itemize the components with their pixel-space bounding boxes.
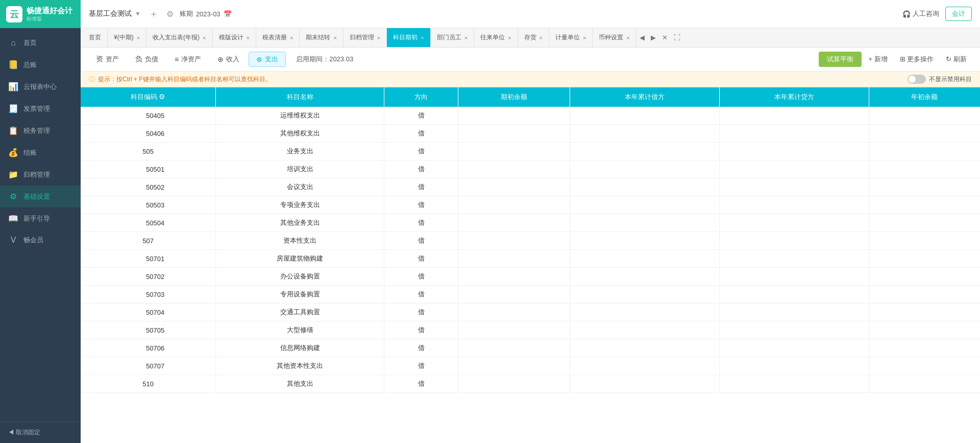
filter-tab-net_asset[interactable]: ≡净资产: [167, 52, 208, 66]
tabs-close-all[interactable]: ✕: [659, 28, 671, 48]
tab-taxclear[interactable]: 税表清册×: [256, 28, 300, 48]
cell-dir-2: 借: [384, 143, 458, 160]
tab-measure[interactable]: 计量单位×: [549, 28, 593, 48]
sidebar-item-settings[interactable]: ⚙ 基础设置: [0, 185, 81, 207]
filter-tab-liability[interactable]: 负负债: [128, 52, 165, 66]
tabs-scroll-right[interactable]: ▶: [648, 28, 659, 48]
toggle-switch[interactable]: [908, 75, 926, 84]
tab-currency[interactable]: 币种设置×: [593, 28, 636, 48]
tab-close-department[interactable]: ×: [464, 35, 468, 41]
cell-dir-1: 借: [384, 125, 458, 143]
table-row: 50405运维维权支出借: [81, 107, 980, 125]
tab-period_end[interactable]: 期末结转×: [300, 28, 343, 48]
cell-num-2-0: [720, 107, 869, 125]
cell-num-1-4: [570, 178, 720, 196]
cell-num-0-11: [458, 304, 570, 321]
sidebar-item-member[interactable]: V 畅会员: [0, 229, 81, 251]
tab-archive[interactable]: 归档管理×: [344, 28, 387, 48]
tab-close-period_end[interactable]: ×: [333, 35, 336, 41]
cell-num-3-14: [869, 357, 980, 375]
cell-num-2-2: [720, 143, 869, 160]
add-button[interactable]: + 新增: [864, 52, 893, 67]
add-tab-button[interactable]: ＋: [147, 8, 160, 20]
cell-code-13: 50706: [81, 339, 216, 357]
cell-num-1-6: [570, 214, 720, 232]
sidebar-label-archive: 归档管理: [23, 170, 50, 179]
project-dropdown-icon[interactable]: ▼: [135, 10, 141, 17]
tab-close-taxclear[interactable]: ×: [290, 35, 293, 41]
cell-code-4: 50502: [81, 178, 216, 196]
tab-close-archive[interactable]: ×: [377, 35, 380, 41]
sidebar-item-ledger[interactable]: 📒 总账: [0, 54, 81, 76]
table-header-row: 科目编码 ⚙科目名称方向期初余额本年累计借方本年累计贷方年初余额: [81, 87, 980, 107]
tab-label-archive: 归档管理: [350, 33, 374, 42]
tab-close-counterpart[interactable]: ×: [508, 35, 511, 41]
sidebar-item-home[interactable]: ⌂ 首页: [0, 32, 81, 54]
cell-num-2-8: [720, 250, 869, 268]
tab-subject_init[interactable]: 科目期初×: [387, 28, 430, 48]
tab-close-income[interactable]: ×: [203, 35, 206, 41]
sidebar-item-settlement[interactable]: 💰 结账: [0, 142, 81, 164]
calendar-icon[interactable]: 📅: [224, 10, 232, 18]
sidebar-item-reports[interactable]: 📊 云报表中心: [0, 76, 81, 98]
cell-name-1: 其他维权支出: [216, 125, 384, 143]
tabs-bar: 首页¥(中期)×收入支出表(年报)×模版设计×税表清册×期末结转×归档管理×科目…: [81, 28, 980, 48]
tab-close-period[interactable]: ×: [137, 35, 140, 41]
tab-close-template[interactable]: ×: [247, 35, 250, 41]
cell-code-5: 50503: [81, 196, 216, 214]
table-row: 50406其他维权支出借: [81, 125, 980, 143]
refresh-button[interactable]: ↻ 刷新: [941, 52, 972, 67]
tab-counterpart[interactable]: 往来单位×: [474, 28, 518, 48]
tab-close-inventory[interactable]: ×: [540, 35, 543, 41]
tab-template[interactable]: 模版设计×: [213, 28, 256, 48]
cell-num-0-9: [458, 268, 570, 286]
tab-period[interactable]: ¥(中期)×: [108, 28, 146, 48]
sidebar-item-tax[interactable]: 📋 税务管理: [0, 120, 81, 142]
tab-department[interactable]: 部门员工×: [431, 28, 474, 48]
table-row: 50701房屋建筑物购建借: [81, 250, 980, 268]
cell-num-0-5: [458, 196, 570, 214]
account-button[interactable]: 会计: [945, 7, 972, 21]
tabs-scroll-left[interactable]: ◀: [636, 28, 648, 48]
cell-dir-8: 借: [384, 250, 458, 268]
cell-num-3-15: [869, 375, 980, 393]
sidebar-logo: 云 畅捷通好会计 标准版: [0, 0, 81, 28]
cell-dir-3: 借: [384, 160, 458, 178]
cell-num-3-13: [869, 339, 980, 357]
filter-tab-income2[interactable]: ⊕收入: [210, 52, 247, 66]
cell-num-0-8: [458, 250, 570, 268]
cell-name-0: 运维维权支出: [216, 107, 384, 125]
col-settings-icon[interactable]: ⚙: [159, 92, 165, 101]
tab-close-currency[interactable]: ×: [626, 35, 629, 41]
sidebar-item-invoice[interactable]: 🧾 发票管理: [0, 98, 81, 120]
sidebar-item-archive[interactable]: 📁 归档管理: [0, 164, 81, 185]
tabs-expand[interactable]: ⛶: [671, 28, 683, 48]
cell-num-0-15: [458, 375, 570, 393]
cell-name-13: 信息网络购建: [216, 339, 384, 357]
cell-num-0-7: [458, 232, 570, 250]
disable-toggle[interactable]: 不显示禁用科目: [908, 75, 972, 84]
headset-icon: 🎧: [902, 10, 911, 18]
table-row: 50703专用设备购置借: [81, 286, 980, 304]
tab-home[interactable]: 首页: [83, 28, 108, 48]
cell-num-3-1: [869, 125, 980, 143]
sidebar-label-reports: 云报表中心: [23, 82, 57, 91]
sidebar-item-guide[interactable]: 📖 新手引导: [0, 207, 81, 229]
sidebar-footer-toggle[interactable]: ◀ 取消固定: [0, 422, 81, 443]
cell-dir-10: 借: [384, 286, 458, 304]
support-button[interactable]: 🎧 人工咨询: [902, 9, 939, 18]
filter-tab-asset[interactable]: 资资产: [89, 52, 126, 66]
filter-label-income2: 收入: [226, 55, 239, 64]
settings-icon[interactable]: ⚙: [166, 9, 174, 19]
cell-num-1-3: [570, 160, 720, 178]
tab-income[interactable]: 收入支出表(年报)×: [146, 28, 212, 48]
tab-inventory[interactable]: 存货×: [518, 28, 549, 48]
cell-num-2-14: [720, 357, 869, 375]
cell-code-9: 50702: [81, 268, 216, 286]
cell-num-2-15: [720, 375, 869, 393]
balance-button[interactable]: 试算平衡: [819, 52, 862, 67]
tab-close-subject_init[interactable]: ×: [421, 35, 424, 41]
filter-tab-expenditure[interactable]: ⊗支出: [249, 52, 286, 67]
more-button[interactable]: ⊞ 更多操作: [895, 52, 939, 67]
tab-close-measure[interactable]: ×: [583, 35, 586, 41]
